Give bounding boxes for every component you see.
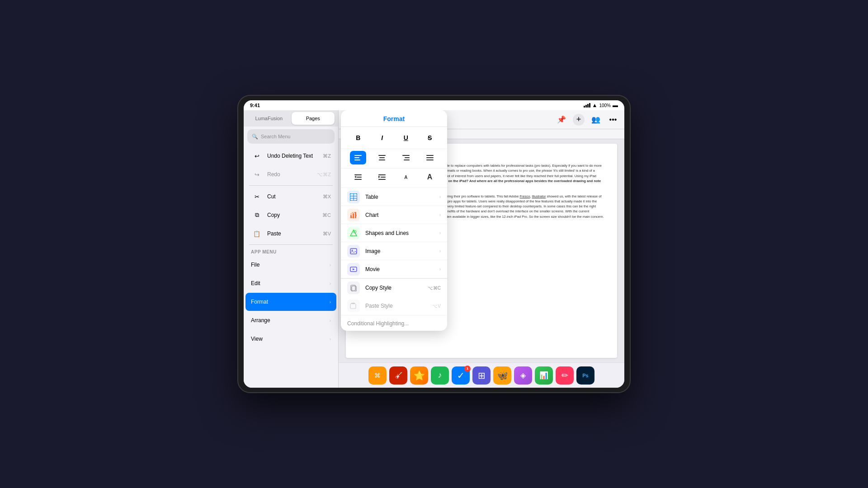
- svg-rect-10: [426, 157, 434, 158]
- copy-style-item[interactable]: Copy Style ⌥⌘C: [341, 279, 447, 297]
- svg-rect-18: [378, 179, 386, 180]
- format-header: Format: [341, 110, 447, 127]
- add-icon[interactable]: +: [573, 114, 585, 126]
- svg-rect-0: [354, 155, 362, 156]
- table-icon: [347, 191, 360, 203]
- svg-rect-4: [379, 157, 385, 158]
- cut-shortcut: ⌘X: [323, 194, 331, 200]
- align-right-button[interactable]: [398, 151, 414, 164]
- shapes-chevron-icon: ›: [439, 230, 441, 235]
- svg-rect-9: [426, 155, 434, 156]
- italic-button[interactable]: I: [374, 131, 390, 145]
- dock-spotify[interactable]: ♪: [431, 366, 449, 385]
- undo-label: Undo Deleting Text: [267, 153, 318, 159]
- align-left-button[interactable]: [350, 151, 366, 164]
- menu-item-paste[interactable]: 📋 Paste ⌘V: [245, 225, 336, 243]
- svg-rect-6: [402, 155, 410, 156]
- menu-item-view[interactable]: View ›: [245, 330, 336, 348]
- redo-label: Redo: [267, 171, 312, 178]
- copy-shortcut: ⌘C: [322, 212, 331, 218]
- people-icon[interactable]: 👥: [590, 114, 602, 126]
- cut-icon: ✂: [251, 191, 263, 202]
- dock-tasks-badge: 1: [464, 366, 471, 372]
- dock-keynote[interactable]: 📊: [535, 366, 553, 385]
- battery-icon: ▬: [613, 102, 618, 108]
- menu-item-format[interactable]: Format ›: [245, 293, 336, 311]
- format-panel-title: Format: [383, 115, 405, 122]
- format-label: Format: [251, 299, 325, 305]
- tab-pages[interactable]: Pages: [292, 112, 335, 125]
- strikethrough-button[interactable]: S: [422, 131, 438, 145]
- menu-item-edit[interactable]: Edit ›: [245, 274, 336, 292]
- left-panel: LumaFusion Pages 🔍 Search Menu ↩: [244, 110, 339, 388]
- shapes-label: Shapes and Lines: [365, 230, 434, 236]
- format-panel: Format B I U S: [341, 110, 447, 331]
- svg-rect-13: [357, 177, 362, 178]
- dock-bar: ⌘ 🎸 ⭐ ♪ ✓ 1 ⊞ 🦋 ◈ 📊 ✏ Ps: [339, 362, 624, 388]
- indent-row: A A: [341, 169, 447, 188]
- menu-item-file[interactable]: File ›: [245, 256, 336, 274]
- conditional-label: Conditional Highlighting...: [347, 320, 409, 327]
- paste-style-item[interactable]: Paste Style ⌥V: [341, 297, 447, 315]
- align-center-button[interactable]: [374, 151, 390, 164]
- dock-lumafusion[interactable]: ⌘: [368, 366, 387, 385]
- dock-star[interactable]: ⭐: [410, 366, 428, 385]
- menu-item-copy[interactable]: ⧉ Copy ⌘C: [245, 206, 336, 224]
- table-chevron-icon: ›: [439, 194, 441, 199]
- tab-switcher: LumaFusion Pages: [244, 110, 338, 127]
- copy-style-icon: [347, 282, 360, 294]
- pin-icon[interactable]: 📌: [556, 114, 567, 126]
- tab-lumafusion[interactable]: LumaFusion: [247, 112, 291, 125]
- menu-item-cut[interactable]: ✂ Cut ⌘X: [245, 188, 336, 206]
- svg-rect-37: [350, 304, 356, 309]
- file-chevron-icon: ›: [330, 263, 331, 267]
- app-area: LumaFusion Pages 🔍 Search Menu ↩: [244, 110, 624, 388]
- ipad-screen: 9:41 ▲ 100% ▬ LumaFusion: [244, 100, 624, 388]
- dock-butterfly[interactable]: 🦋: [493, 366, 511, 385]
- insert-image[interactable]: Image ›: [341, 242, 447, 260]
- font-small-button[interactable]: A: [398, 170, 414, 184]
- text-style-row: B I U S: [341, 127, 447, 149]
- bold-button[interactable]: B: [350, 131, 366, 145]
- image-icon: [347, 245, 360, 258]
- insert-shapes[interactable]: Shapes and Lines ›: [341, 224, 447, 242]
- insert-movie[interactable]: Movie ›: [341, 260, 447, 278]
- dock-photoshop[interactable]: Ps: [576, 366, 594, 385]
- dock-guitarband[interactable]: 🎸: [389, 366, 407, 385]
- dock-command-strip[interactable]: ⊞: [472, 366, 491, 385]
- font-large-button[interactable]: A: [422, 170, 438, 184]
- search-bar[interactable]: 🔍 Search Menu: [247, 129, 335, 144]
- style-section: Copy Style ⌥⌘C Paste Style ⌥V Conditiona…: [341, 278, 447, 331]
- paste-style-shortcut: ⌥V: [432, 304, 441, 309]
- dock-pencil[interactable]: ✏: [556, 366, 574, 385]
- more-icon[interactable]: •••: [607, 114, 619, 126]
- conditional-row[interactable]: Conditional Highlighting...: [341, 315, 447, 331]
- status-time: 9:41: [250, 103, 260, 108]
- underline-button[interactable]: U: [398, 131, 414, 145]
- align-justify-button[interactable]: [422, 151, 438, 164]
- image-label: Image: [365, 248, 434, 254]
- svg-rect-2: [354, 160, 360, 160]
- outdent-button[interactable]: [350, 170, 366, 184]
- menu-item-arrange[interactable]: Arrange ›: [245, 311, 336, 329]
- undo-shortcut: ⌘Z: [323, 153, 331, 159]
- dock-gem[interactable]: ◈: [514, 366, 532, 385]
- search-icon: 🔍: [252, 134, 258, 140]
- dock-tasks[interactable]: ✓ 1: [452, 366, 470, 385]
- copy-style-label: Copy Style: [365, 285, 422, 291]
- status-right: ▲ 100% ▬: [584, 102, 618, 108]
- insert-table[interactable]: Table ›: [341, 188, 447, 206]
- status-bar: 9:41 ▲ 100% ▬: [244, 100, 624, 110]
- insert-list: Table › Chart › Shapes and: [341, 188, 447, 278]
- svg-rect-16: [378, 174, 386, 175]
- svg-rect-11: [426, 160, 434, 160]
- menu-item-undo[interactable]: ↩ Undo Deleting Text ⌘Z: [245, 147, 336, 165]
- copy-style-shortcut: ⌥⌘C: [428, 286, 441, 291]
- svg-rect-30: [350, 249, 357, 254]
- indent-button[interactable]: [374, 170, 390, 184]
- insert-chart[interactable]: Chart ›: [341, 206, 447, 224]
- svg-rect-1: [354, 157, 359, 158]
- movie-icon: [347, 263, 360, 276]
- menu-item-redo[interactable]: ↪ Redo ⌥⌘Z: [245, 165, 336, 183]
- image-chevron-icon: ›: [439, 249, 441, 253]
